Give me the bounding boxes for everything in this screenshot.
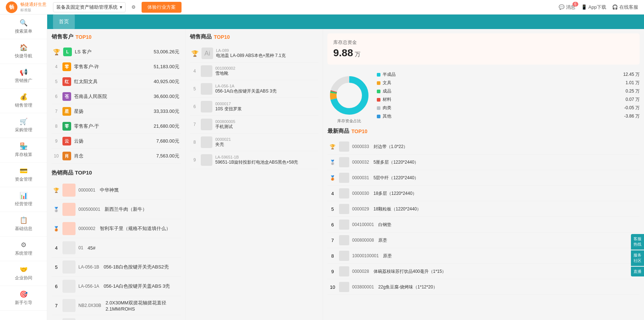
sidebar-item-system[interactable]: ⚙ 系统管理 xyxy=(0,237,47,261)
sidebar: 🔍 搜索菜单 🏠 快捷导航 📢 营销推广 💰 销售管理 🛒 采购管理 🏪 库存核… xyxy=(0,15,47,320)
product-thumbnail xyxy=(339,282,349,292)
collab-icon: 🤝 xyxy=(20,266,28,274)
logo-text: 畅捷通好生意 标准版 xyxy=(20,2,46,12)
hot-product-item: 6 LA-056-1A 056-1A白色按键开关盖ABS 3壳 xyxy=(52,277,181,296)
customer-item: 10 肖 肖念 7,563.00元 xyxy=(52,149,181,164)
product-item: 9 LA-59651-1B 59651-1B旋转投影灯电池盒ABS黑色+58壳 xyxy=(190,151,318,169)
hot-product-item: 8 0000011 12070519-xs xyxy=(52,315,181,320)
sales-product-top10-header: 销售商品 TOP10 xyxy=(190,33,318,40)
avatar: 云 xyxy=(62,137,71,145)
newest-products-section: 最新商品 TOP10 🏆 0000033 封边带（1.0*22） 🥈 xyxy=(327,128,640,295)
newest-item: 4 0000030 18多层（1220*2440） xyxy=(327,186,640,201)
finance-icon: 💳 xyxy=(20,167,28,175)
product-thumbnail xyxy=(201,65,212,77)
hot-product-item: 🥈 000500001 新西兰牛肉（新牛） xyxy=(52,200,181,219)
operations-icon: 📊 xyxy=(20,192,28,200)
headset-icon: 🎧 xyxy=(612,4,618,10)
nav-home[interactable]: 首页 xyxy=(53,15,75,29)
product-thumbnail xyxy=(201,136,212,148)
avatar: L xyxy=(63,48,72,56)
newbie-icon: 🎯 xyxy=(20,290,28,298)
product-thumbnail xyxy=(339,188,349,198)
product-thumbnail xyxy=(201,101,212,112)
sidebar-item-collab[interactable]: 🤝 企业协同 xyxy=(0,261,47,286)
message-icon: 💬 xyxy=(559,4,564,10)
sidebar-item-marketing[interactable]: 📢 营销推广 xyxy=(0,64,47,89)
sidebar-item-quicknav[interactable]: 🏠 快捷导航 xyxy=(0,39,47,64)
avatar: 肖 xyxy=(62,152,71,160)
system-icon: ⚙ xyxy=(21,241,27,249)
search-icon: 🔍 xyxy=(20,19,28,27)
product-thumbnail xyxy=(62,222,76,235)
cs-live-btn[interactable]: 直播 xyxy=(631,267,644,276)
sidebar-item-inventory[interactable]: 🏪 库存核算 xyxy=(0,138,47,163)
product-thumbnail xyxy=(339,251,349,261)
cs-community-btn[interactable]: 服务社区 xyxy=(631,250,644,266)
product-thumbnail xyxy=(201,119,212,130)
sidebar-item-purchase[interactable]: 🛒 采购管理 xyxy=(0,113,47,138)
legend-item: 成品 0.25 万 xyxy=(377,87,640,95)
customer-item: 6 苍 苍南县人民医院 36,600.00元 xyxy=(52,89,181,104)
settings-icon[interactable]: ⚙ xyxy=(129,2,139,12)
product-thumbnail xyxy=(339,235,349,245)
customer-item: 9 云 云扬 7,680.00元 xyxy=(52,134,181,149)
product-thumbnail: Ai xyxy=(201,48,213,59)
experience-btn[interactable]: 体验行业方案 xyxy=(142,2,182,13)
sidebar-item-basic-info[interactable]: 📋 基础信息 xyxy=(0,212,47,237)
product-thumbnail xyxy=(62,280,76,293)
topbar: 畅 畅捷通好生意 标准版 装备及固定资产辅助管理系统 ▾ ⚙ 体验行业方案 💬 … xyxy=(0,0,644,15)
message-badge: 6 xyxy=(572,2,578,7)
product-thumbnail xyxy=(62,318,76,320)
cs-hotline-btn[interactable]: 客服热线 xyxy=(631,234,644,250)
product-thumbnail xyxy=(201,83,212,95)
avatar: 苍 xyxy=(62,92,71,101)
app-download-btn[interactable]: 📱 App下载 xyxy=(581,4,606,11)
customer-item: 🏆 L LS 客户 53,006.26元 xyxy=(52,45,181,60)
product-item: 6 0000017 10S 变扭罗浆 xyxy=(190,98,318,116)
topbar-right: 💬 消息 6 📱 App下载 🎧 在线客服 xyxy=(559,4,638,11)
avatar: 星 xyxy=(62,107,71,116)
sidebar-item-sales[interactable]: 💰 销售管理 xyxy=(0,89,47,113)
chart-container: 库存资金占比 半成品 12.45 万 文具 1.01 万 xyxy=(327,70,640,120)
product-item: 🏆 Ai LA-089 电池盖 LA-089 ABS本色+黑种 7.1克 xyxy=(190,45,318,62)
sidebar-item-finance[interactable]: 💳 资金管理 xyxy=(0,163,47,187)
newest-item: 9 0000028 体碗荔枝味苏打饮品400毫升（1*15） xyxy=(327,264,640,279)
chevron-down-icon: ▾ xyxy=(120,4,122,10)
system-selector[interactable]: 装备及固定资产辅助管理系统 ▾ xyxy=(53,2,126,12)
legend-item: 其他 -3.86 万 xyxy=(377,112,640,120)
sales-product-list: 🏆 Ai LA-089 电池盖 LA-089 ABS本色+黑种 7.1克 4 xyxy=(190,45,318,169)
main-nav: 首页 xyxy=(47,15,644,29)
customer-item: 7 星 星扬 33,333.00元 xyxy=(52,104,181,119)
purchase-icon: 🛒 xyxy=(20,118,28,126)
cs-float: 客服热线 服务社区 直播 xyxy=(631,234,644,276)
newest-item: 5 0000029 18颗粒板（1220*2440） xyxy=(327,201,640,217)
sidebar-item-operations[interactable]: 📊 经营管理 xyxy=(0,187,47,212)
home-icon: 🏠 xyxy=(20,44,28,52)
sidebar-item-search[interactable]: 🔍 搜索菜单 xyxy=(0,15,47,39)
legend-item: 材料 0.07 万 xyxy=(377,95,640,104)
product-thumbnail xyxy=(62,203,76,216)
hot-products-header: 热销商品 TOP10 xyxy=(52,169,181,176)
newest-item: 🥈 0000032 5厘多层（1220*2440） xyxy=(327,155,640,170)
inventory-amount: 9.88 xyxy=(333,47,353,59)
customer-top10-section: 销售客户 TOP10 🏆 L LS 客户 53,006.26元 4 xyxy=(52,33,181,164)
medal-1: 🏆 xyxy=(53,49,60,56)
online-service-btn[interactable]: 🎧 在线客服 xyxy=(612,4,638,11)
topbar-center: 装备及固定资产辅助管理系统 ▾ ⚙ 体验行业方案 xyxy=(53,2,559,13)
newest-item: 7 000800008 原垄 xyxy=(327,233,640,248)
message-btn[interactable]: 💬 消息 6 xyxy=(559,4,575,11)
mobile-icon: 📱 xyxy=(581,4,587,10)
sales-icon: 💰 xyxy=(20,93,28,101)
hot-product-item: 7 NB2.0X30B 2.0X30MM双搓花轴搓花直径2.1MM/ROHS xyxy=(52,296,181,315)
newest-products-header: 最新商品 TOP10 xyxy=(327,128,640,135)
customer-item: 4 零 零售客户-许 51,183.00元 xyxy=(52,60,181,74)
product-thumbnail xyxy=(62,260,76,274)
hot-product-item: 4 01 45# xyxy=(52,238,181,258)
sidebar-item-newbie[interactable]: 🎯 新手引导 xyxy=(0,286,47,311)
hot-product-item: 🥉 0000002 智利车子里（规格不知道填什么） xyxy=(52,219,181,238)
product-thumbnail xyxy=(339,141,349,152)
customer-top10-header: 销售客户 TOP10 xyxy=(52,33,181,40)
avatar: 零 xyxy=(62,62,71,71)
product-thumbnail xyxy=(62,241,76,254)
product-thumbnail xyxy=(339,204,349,214)
